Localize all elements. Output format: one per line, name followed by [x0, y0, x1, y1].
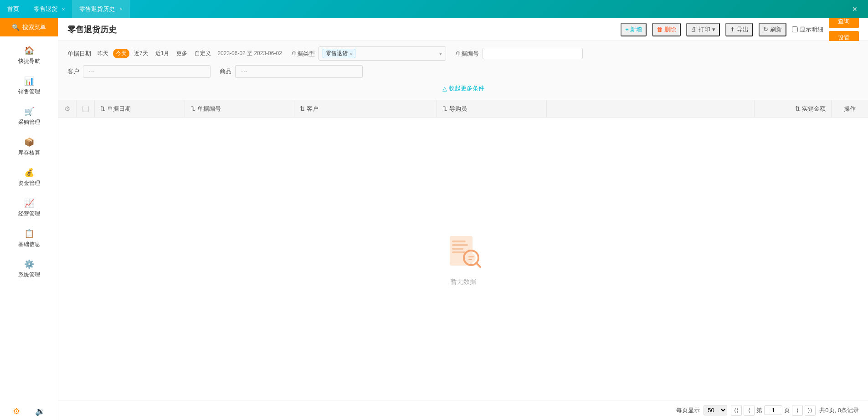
settings-footer-icon[interactable]: ⚙ [13, 406, 20, 416]
doc-no-input[interactable] [483, 48, 583, 59]
sidebar-item-basic-info[interactable]: 📋 基础信息 [0, 223, 58, 254]
custom-shortcut[interactable]: 自定义 [192, 49, 214, 58]
doc-no-label: 单据编号 [455, 50, 479, 58]
new-button[interactable]: + 新增 [621, 23, 647, 36]
doc-type-tag: 零售退货 × [323, 49, 355, 58]
svg-rect-1 [452, 241, 466, 242]
empty-text: 暂无数据 [451, 278, 476, 286]
purchase-mgmt-icon: 🛒 [24, 107, 34, 117]
customer-input[interactable]: ··· [83, 65, 211, 78]
filter-area: 单据日期 昨天 今天 近7天 近1月 更多 自定义 2023-06-02 至 2… [58, 41, 868, 100]
main-layout: 🔍 搜索菜单 🏠 快捷导航 📊 销售管理 🛒 采购管理 📦 库存核算 💰 [0, 18, 868, 420]
doc-type-tag-text: 零售退货 [326, 50, 348, 57]
th-docno[interactable]: ⇅ 单据编号 [185, 100, 295, 117]
tab-retail-return[interactable]: 零售退货 × [26, 0, 72, 18]
th-date[interactable]: ⇅ 单据日期 [95, 100, 185, 117]
query-button[interactable]: 查询 [829, 18, 859, 28]
sidebar-item-quick-nav-label: 快捷导航 [18, 57, 40, 65]
volume-footer-icon[interactable]: 🔉 [35, 406, 45, 416]
per-page-select[interactable]: 10 20 50 100 [704, 405, 727, 415]
collapse-icon: △ [442, 85, 447, 92]
tab-retail-return-history[interactable]: 零售退货历史 × [72, 0, 129, 18]
tab-retail-return-history-label: 零售退货历史 [79, 5, 115, 13]
week-shortcut[interactable]: 近7天 [131, 49, 151, 58]
doc-type-input[interactable]: 零售退货 × ▾ [318, 46, 446, 61]
next-page-button[interactable]: ⟩ [792, 405, 803, 416]
sidebar-item-sales-mgmt[interactable]: 📊 销售管理 [0, 71, 58, 101]
last-page-button[interactable]: ⟩⟩ [805, 405, 816, 416]
th-op: 操作 [832, 100, 868, 117]
sidebar-item-inventory[interactable]: 📦 库存核算 [0, 132, 58, 162]
svg-line-7 [476, 263, 480, 267]
select-all-checkbox[interactable] [82, 106, 89, 112]
page-input[interactable] [764, 405, 782, 415]
doc-type-dropdown-icon[interactable]: ▾ [439, 51, 442, 57]
th-customer[interactable]: ⇅ 客户 [294, 100, 437, 117]
empty-state: 暂无数据 [58, 118, 868, 400]
show-detail-label-text: 显示明细 [800, 26, 823, 34]
show-detail-toggle[interactable]: 显示明细 [792, 26, 823, 34]
th-customer-label: 客户 [307, 105, 318, 113]
table-header: ⚙ ⇅ 单据日期 ⇅ 单据编号 ⇅ 客户 ⇅ [58, 100, 868, 118]
collapse-button[interactable]: △ 收起更多条件 [437, 82, 490, 94]
show-detail-checkbox[interactable] [792, 26, 798, 32]
sidebar-menu: 🏠 快捷导航 📊 销售管理 🛒 采购管理 📦 库存核算 💰 资金管理 📈 [0, 36, 58, 402]
top-bar: 首页 零售退货 × 零售退货历史 × × [0, 0, 868, 18]
th-docno-label: 单据编号 [197, 105, 221, 113]
sidebar-item-finance[interactable]: 💰 资金管理 [0, 162, 58, 193]
sidebar-search[interactable]: 🔍 搜索菜单 [0, 18, 58, 36]
content-area: 零售退货历史 + 新增 🗑 删除 🖨 🖨 打印 打印 ▾ ⬆ 导出 ↻ 刷新 [58, 18, 868, 420]
tab-retail-return-history-close[interactable]: × [119, 6, 122, 12]
doc-type-label: 单据类型 [291, 50, 315, 58]
filter-row-2: 客户 ··· 商品 ··· [67, 65, 859, 78]
customer-ellipsis[interactable]: ··· [87, 67, 97, 76]
goods-filter-group: 商品 ··· [220, 65, 363, 78]
refresh-button[interactable]: ↻ 刷新 [759, 23, 786, 36]
delete-button[interactable]: 🗑 删除 [652, 23, 681, 36]
th-checkbox[interactable] [77, 100, 95, 117]
tab-retail-return-label: 零售退货 [34, 5, 57, 13]
first-page-button[interactable]: ⟨⟨ [731, 405, 742, 416]
month-shortcut[interactable]: 近1月 [153, 49, 172, 58]
collapse-row: △ 收起更多条件 [67, 82, 859, 94]
refresh-icon: ↻ [763, 26, 768, 33]
th-amount[interactable]: ⇅ 实销金额 [755, 100, 832, 117]
goods-ellipsis[interactable]: ··· [239, 67, 249, 76]
tab-retail-return-close[interactable]: × [62, 6, 65, 12]
export-button[interactable]: ⬆ 导出 [725, 23, 753, 36]
finance-icon: 💰 [24, 168, 34, 178]
table-area: ⚙ ⇅ 单据日期 ⇅ 单据编号 ⇅ 客户 ⇅ [58, 100, 868, 400]
table-settings-icon[interactable]: ⚙ [64, 105, 70, 113]
doc-no-filter-group: 单据编号 [455, 48, 583, 59]
print-button[interactable]: 🖨 🖨 打印 打印 ▾ [686, 23, 720, 36]
sidebar-item-sales-mgmt-label: 销售管理 [18, 88, 40, 96]
filter-row-1: 单据日期 昨天 今天 近7天 近1月 更多 自定义 2023-06-02 至 2… [67, 46, 859, 61]
quick-nav-icon: 🏠 [24, 46, 34, 56]
sidebar-footer: ⚙ 🔉 [0, 402, 58, 420]
page-total: 共0页, 0条记录 [819, 406, 859, 415]
sidebar-item-system[interactable]: ⚙️ 系统管理 [0, 254, 58, 284]
svg-rect-4 [452, 251, 466, 253]
more-shortcut[interactable]: 更多 [174, 49, 190, 58]
th-amount-icon: ⇅ [795, 105, 800, 112]
today-shortcut[interactable]: 今天 [113, 49, 129, 58]
doc-type-tag-remove[interactable]: × [349, 51, 352, 56]
page-actions: + 新增 🗑 删除 🖨 🖨 打印 打印 ▾ ⬆ 导出 ↻ 刷新 [621, 18, 859, 45]
empty-illustration [443, 231, 484, 272]
date-range-display: 2023-06-02 至 2023-06-02 [217, 50, 282, 57]
sidebar-item-quick-nav[interactable]: 🏠 快捷导航 [0, 40, 58, 71]
th-docno-icon: ⇅ [190, 105, 195, 112]
prev-page-button[interactable]: ⟨ [744, 405, 755, 416]
th-guide[interactable]: ⇅ 导购员 [437, 100, 547, 117]
sidebar-item-operations[interactable]: 📈 经营管理 [0, 193, 58, 223]
yesterday-shortcut[interactable]: 昨天 [95, 49, 111, 58]
tab-home[interactable]: 首页 [0, 0, 26, 18]
print-dropdown-icon: ▾ [712, 26, 715, 33]
per-page-label: 每页显示 [676, 406, 700, 415]
tab-bar: 首页 零售退货 × 零售退货历史 × [0, 0, 848, 18]
sidebar-item-purchase-mgmt[interactable]: 🛒 采购管理 [0, 101, 58, 132]
svg-rect-3 [452, 248, 463, 250]
goods-input[interactable]: ··· [235, 65, 363, 78]
window-close-icon[interactable]: × [848, 5, 861, 14]
date-filter-group: 单据日期 昨天 今天 近7天 近1月 更多 自定义 2023-06-02 至 2… [67, 49, 282, 58]
